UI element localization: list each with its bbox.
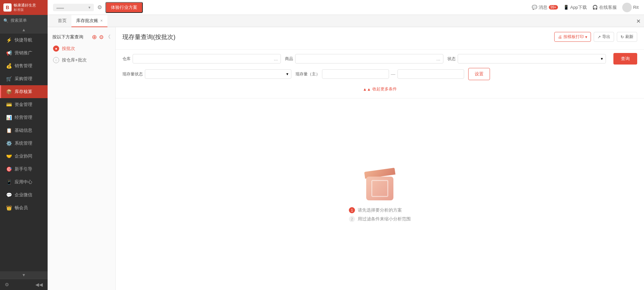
topbar-settings-icon[interactable]: ⚙ [97,4,102,11]
inventory-qty-from[interactable] [322,69,389,79]
trial-btn[interactable]: 体验行业方案 [105,2,143,13]
goods-more-icon[interactable]: ... [436,56,440,61]
user-name: Rit [633,5,639,10]
sidebar-item-finance[interactable]: 💳 资金管理 [0,98,48,111]
empty-box-inner [371,180,388,197]
settings-btn[interactable]: 设置 [468,68,490,80]
filter-status: 状态 ▾ [447,54,606,64]
sidebar-item-apps[interactable]: 📱 应用中心 [0,176,48,188]
system-icon: ⚙️ [6,140,12,146]
panel-add-btn[interactable]: ⊕ [92,33,97,41]
sidebar-item-basics[interactable]: 📋 基础信息 [0,124,48,137]
sidebar-item-vip[interactable]: 👑 畅会员 [0,201,48,214]
sidebar-scroll-down[interactable]: ▼ [0,271,48,279]
vip-icon: 👑 [6,205,12,211]
status-chevron-icon: ▾ [601,56,603,61]
sidebar-item-system[interactable]: ⚙️ 系统管理 [0,137,48,150]
topbar-search-input[interactable]: ▬▬ ▾ [53,4,94,11]
warehouse-more-icon[interactable]: ... [274,56,278,61]
print-btn[interactable]: 🖨 按模板打印 ▾ [554,32,591,42]
app-download-btn[interactable]: 📱 App下载 [563,4,587,11]
hint-item-1: 1 请先选择要分析的方案 [349,207,411,213]
messages-btn[interactable]: 💬 消息 99+ [532,4,558,11]
sidebar-item-wechat[interactable]: 💬 企业微信 [0,188,48,201]
online-service-btn[interactable]: 🎧 在线客服 [592,4,617,11]
warehouse-label: 仓库 [122,56,131,62]
goods-input[interactable]: ... [295,54,443,64]
refresh-btn[interactable]: ↻ 刷新 [617,32,637,42]
page-title: 现存量查询(按批次) [122,33,175,41]
warehouse-input[interactable]: ... [133,54,281,64]
sidebar-item-marketing[interactable]: 📢 营销推广 [0,47,48,59]
sidebar-item-newbie[interactable]: 🎯 新手引导 [0,163,48,176]
sidebar-item-purchase[interactable]: 🛒 采购管理 [0,72,48,85]
filter-row-2: 现存量状态 ▾ 现存量（主） — 设置 [122,68,637,80]
status-select[interactable]: ▾ [458,54,606,64]
query-btn[interactable]: 查询 [613,53,637,65]
refresh-icon: ↻ [621,35,624,39]
hint-num-2: 2 [349,216,355,222]
page-area: 按以下方案查询 ⊕ ⚙ 《 ● 按批次 ○ 按仓库+批次 现存量查询 [48,27,644,290]
status-label: 状态 [447,56,456,62]
inventory-status-select[interactable]: ▾ [145,69,291,79]
plan-item-by-batch[interactable]: ● 按批次 [48,43,115,54]
panel-header: 按以下方案查询 ⊕ ⚙ 《 [48,31,115,43]
sidebar-item-quick-nav[interactable]: ⚡ 快捷导航 [0,34,48,47]
app-company: 畅康通好生意 [14,3,36,7]
marketing-icon: 📢 [6,50,12,56]
panel-gear-icon[interactable]: ⚙ [99,34,104,40]
filter-inventory-qty: 现存量（主） — [295,69,464,79]
right-content: 现存量查询(按批次) 🖨 按模板打印 ▾ ↗ 导出 ↻ [116,27,644,290]
sidebar-item-operations[interactable]: 📊 经营管理 [0,111,48,124]
collapse-more-btn[interactable]: ▲▲ 收起更多条件 [122,84,637,95]
app-download-icon: 📱 [563,5,569,10]
panel-header-actions: ⊕ ⚙ 《 [92,33,111,41]
page-header-top: 现存量查询(按批次) 🖨 按模板打印 ▾ ↗ 导出 ↻ [122,32,637,42]
basics-icon: 📋 [6,127,12,133]
print-icon: 🖨 [558,35,562,39]
search-icon: 🔍 [3,18,9,23]
sidebar-item-sales[interactable]: 💰 销售管理 [0,59,48,72]
user-menu-btn[interactable]: Rit [622,3,639,12]
tab-home[interactable]: 首页 [53,15,71,27]
sidebar-scroll-up[interactable]: ▲ [0,26,48,34]
topbar-dropdown-icon: ▾ [88,5,90,10]
sidebar-settings-icon[interactable]: ⚙ [5,282,9,287]
inventory-qty-to[interactable] [397,69,464,79]
sidebar-item-inventory[interactable]: 📦 库存核算 [0,85,48,98]
sidebar-header: B 畅康通好生意 标准版 [0,0,48,15]
panel-collapse-btn[interactable]: 《 [106,34,111,40]
filter-settings-btn-wrapper: 设置 [468,68,637,80]
sidebar-search[interactable]: 🔍 搜索菜单 [0,15,48,26]
plan-active-icon: ● [53,46,59,52]
inventory-status-label: 现存量状态 [122,71,143,77]
export-icon: ↗ [597,35,601,39]
messages-icon: 💬 [532,5,537,10]
page-header-actions: 🖨 按模板打印 ▾ ↗ 导出 ↻ 刷新 [554,32,637,42]
plan-item-by-warehouse-batch[interactable]: ○ 按仓库+批次 [48,54,115,66]
topbar: ▬▬ ▾ ⚙ 体验行业方案 💬 消息 99+ 📱 App下载 🎧 在线客服 [48,0,644,15]
empty-state: 1 请先选择要分析的方案 2 用过滤条件来缩小分析范围 [116,98,644,290]
filter-area: 仓库 ... 商品 ... 状态 [116,50,644,98]
headset-icon: 🎧 [592,5,598,10]
apps-icon: 📱 [6,179,12,185]
export-btn[interactable]: ↗ 导出 [594,32,614,42]
purchase-icon: 🛒 [6,76,12,82]
hint-text-2: 用过滤条件来缩小分析范围 [358,216,411,222]
qty-dash: — [389,72,397,77]
sidebar-item-enterprise[interactable]: 🤝 企业协同 [0,150,48,163]
filter-goods: 商品 ... [285,54,443,64]
tab-close-btn[interactable]: × [100,18,103,23]
empty-illustration [363,166,397,200]
tab-inventory-batch[interactable]: 库存批次账 × [71,15,107,27]
empty-hints: 1 请先选择要分析的方案 2 用过滤条件来缩小分析范围 [349,207,411,222]
topbar-left: ▬▬ ▾ ⚙ 体验行业方案 [53,2,143,13]
sidebar-collapse-icon[interactable]: ◀◀ [35,282,43,287]
print-dropdown-icon: ▾ [585,35,587,39]
sidebar: B 畅康通好生意 标准版 🔍 搜索菜单 ▲ ⚡ 快捷导航 📢 营销推广 💰 销售… [0,0,48,290]
messages-badge: 99+ [549,5,558,10]
user-avatar [622,3,632,12]
filter-inventory-status: 现存量状态 ▾ [122,69,291,79]
finance-icon: 💳 [6,102,12,108]
tab-bar-close-btn[interactable]: ✕ [636,18,641,24]
